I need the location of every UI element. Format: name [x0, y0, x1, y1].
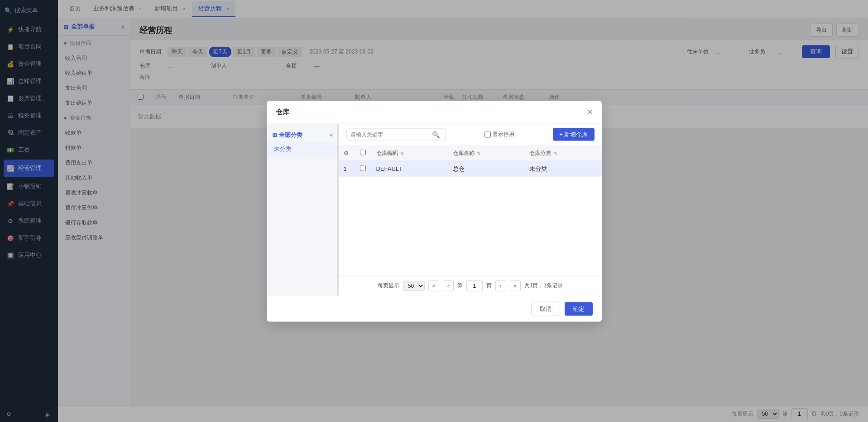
- modal-toolbar: 🔍 显示停用 + 新增仓库: [339, 123, 602, 146]
- th-modal-name: 仓库名称 ⇅: [448, 146, 525, 161]
- modal-table-header-row: ⚙ 仓库编码 ⇅ 仓库名称 ⇅ 仓库分类 ⇅: [339, 146, 602, 161]
- modal-page-size-label: 每页显示: [378, 282, 399, 290]
- modal-page-size-select[interactable]: 50: [403, 281, 425, 291]
- modal-close-button[interactable]: ×: [588, 107, 593, 116]
- add-warehouse-button[interactable]: + 新增仓库: [553, 128, 594, 141]
- modal-page-label: 算: [457, 282, 463, 290]
- modal-select-all[interactable]: [360, 150, 366, 155]
- modal-header: 仓库 ×: [267, 101, 602, 123]
- modal-body: ⊞ 全部分类 « 未分类 🔍 显示停用 + 新增仓库: [267, 123, 602, 296]
- modal-sidebar-collapse-btn[interactable]: «: [330, 131, 333, 138]
- cell-name: 总仓: [448, 161, 525, 177]
- modal-search-icon: 🔍: [432, 131, 440, 138]
- modal-total-label: 共1页，1条记录: [524, 282, 563, 290]
- modal-last-page-btn[interactable]: »: [510, 280, 521, 291]
- modal-prev-page-btn[interactable]: ‹: [443, 280, 454, 291]
- modal-page-input[interactable]: [466, 280, 483, 291]
- th-modal-checkbox: [355, 146, 372, 161]
- modal-table: ⚙ 仓库编码 ⇅ 仓库名称 ⇅ 仓库分类 ⇅ 1 DEFAULT 总仓 未分类: [339, 146, 602, 177]
- modal-pagination: 每页显示 50 « ‹ 算 页 › » 共1页，1条记录: [339, 275, 602, 296]
- modal-sidebar-header: ⊞ 全部分类 «: [267, 128, 339, 141]
- cell-checkbox: [355, 161, 372, 177]
- cancel-button[interactable]: 取消: [531, 301, 560, 316]
- modal-first-page-btn[interactable]: «: [428, 280, 439, 291]
- modal-table-container: ⚙ 仓库编码 ⇅ 仓库名称 ⇅ 仓库分类 ⇅ 1 DEFAULT 总仓 未分类: [339, 146, 602, 275]
- show-disabled-label: 显示停用: [493, 131, 514, 138]
- confirm-button[interactable]: 确定: [565, 302, 593, 315]
- grid-icon-modal: ⊞: [272, 131, 277, 138]
- modal-title: 仓库: [276, 107, 289, 116]
- modal-page-suffix: 页: [486, 282, 492, 290]
- modal-search-input[interactable]: [350, 131, 432, 137]
- modal-all-label: 全部分类: [279, 131, 302, 139]
- show-disabled-checkbox[interactable]: [484, 131, 491, 137]
- modal-search-box: 🔍: [346, 128, 446, 140]
- sort-code-icon[interactable]: ⇅: [400, 150, 404, 155]
- warehouse-modal: 仓库 × ⊞ 全部分类 « 未分类 🔍 显示停用: [267, 101, 602, 321]
- show-disabled-checkbox-group: 显示停用: [484, 131, 514, 138]
- cell-num: 1: [339, 161, 355, 177]
- modal-content: 🔍 显示停用 + 新增仓库 ⚙ 仓库编码 ⇅ 仓库名称 ⇅: [339, 123, 602, 296]
- modal-footer: 取消 确定: [267, 296, 602, 321]
- modal-next-page-btn[interactable]: ›: [495, 280, 506, 291]
- modal-sidebar-item-未分类[interactable]: 未分类: [267, 141, 339, 156]
- sort-name-icon[interactable]: ⇅: [477, 150, 480, 155]
- cell-category: 未分类: [525, 161, 601, 177]
- row-checkbox[interactable]: [360, 165, 366, 171]
- sort-category-icon[interactable]: ⇅: [554, 150, 557, 155]
- modal-sidebar: ⊞ 全部分类 « 未分类: [267, 123, 339, 296]
- th-modal-settings: ⚙: [339, 146, 355, 161]
- modal-sidebar-scrollbar: [337, 123, 339, 296]
- cell-code: DEFAULT: [372, 161, 448, 177]
- settings-icon[interactable]: ⚙: [344, 150, 349, 156]
- modal-table-row[interactable]: 1 DEFAULT 总仓 未分类: [339, 161, 602, 177]
- th-modal-category: 仓库分类 ⇅: [525, 146, 601, 161]
- th-modal-code: 仓库编码 ⇅: [372, 146, 448, 161]
